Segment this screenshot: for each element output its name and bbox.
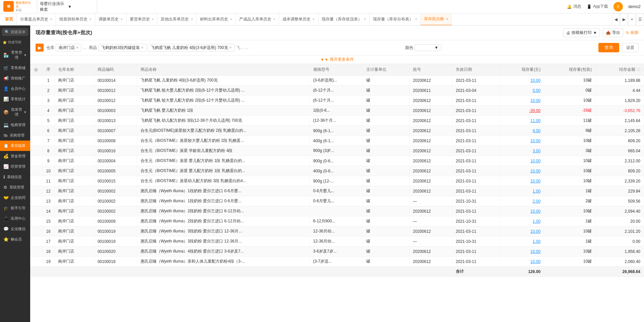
tab-4[interactable]: 要货单历史 ×: [126, 13, 158, 25]
row-settings: [30, 75, 42, 86]
table-row: 10 南岸门店 00100005 合生元（BIOSTIME）派星 婴儿配方奶粉 …: [30, 166, 644, 176]
color-select[interactable]: ▼: [415, 44, 441, 51]
tab-menu-btn[interactable]: ☰: [636, 13, 644, 25]
row-warehouse: 南岸门店: [54, 75, 94, 86]
row-product-name: 惠氏启臻（Wyeth illuma）亲和人体儿童配方奶粉4段（3-...: [137, 257, 310, 267]
row-spec: 12-36月幼...: [310, 226, 363, 236]
close-icon[interactable]: ×: [313, 17, 315, 21]
sidebar-item-member[interactable]: 👤 会员中心: [0, 84, 30, 94]
sidebar-item-retail-stats[interactable]: 📊 零售统计: [0, 94, 30, 104]
sidebar-item-ops[interactable]: 📈 经营管理: [0, 161, 30, 172]
close-icon[interactable]: ×: [273, 17, 275, 21]
row-batch: 20200612: [410, 106, 452, 116]
sidebar-search[interactable]: 🔍 搜索菜单: [0, 25, 30, 39]
refresh-btn[interactable]: ↻ 刷新: [626, 30, 639, 36]
sidebar-item-retail-mgmt[interactable]: 🏪 零售管理 ▼: [0, 47, 30, 63]
sidebar-item-quick-nav[interactable]: ⭐ 快捷导航: [0, 39, 30, 46]
sidebar-item-inventory[interactable]: 📋 库存核算: [0, 141, 30, 151]
sidebar-item-member-program[interactable]: ⭐ 畅会员: [0, 234, 30, 245]
row-expiry: 2021-10-31: [452, 196, 499, 206]
row-batch: 20200612: [410, 257, 452, 267]
row-balance: 229.84: [595, 186, 644, 196]
app-download-action[interactable]: 📱 App下载: [587, 4, 608, 9]
industry-selector[interactable]: 母婴行业演示账套 ▼: [37, 0, 97, 14]
tab-10[interactable]: 现存量（库存分布表） ×: [370, 13, 421, 25]
tab-home[interactable]: 首页: [2, 13, 17, 25]
row-warehouse: 南岸门店: [54, 216, 94, 226]
sidebar-item-ecommerce[interactable]: 💻 电商管理: [0, 120, 30, 130]
sidebar-item-system[interactable]: ⚙ 系统管理: [0, 182, 30, 193]
sidebar-item-finance[interactable]: 💰 资金管理: [0, 151, 30, 161]
remove-product1-icon[interactable]: ×: [141, 45, 144, 50]
row-stock-main: 1.00: [500, 236, 544, 247]
close-icon[interactable]: ×: [230, 17, 232, 21]
product-tag-1[interactable]: 飞鹤奶粉3段丙罐提装 ×: [98, 44, 147, 52]
message-action[interactable]: 🔔 消息: [567, 4, 581, 9]
filter-expand-btn[interactable]: ▶: [36, 44, 44, 52]
tab-next-btn[interactable]: ▶: [620, 13, 628, 25]
sidebar-item-wholesale[interactable]: 📦 批发管理 ▼: [0, 104, 30, 120]
close-icon[interactable]: ×: [415, 17, 417, 21]
table-row: 4 南岸门店 00100003 飞鹤星飞帆 婴儿配方奶粉 1段 1段(0-6..…: [30, 106, 644, 116]
close-icon[interactable]: ×: [152, 17, 154, 21]
tab-9[interactable]: 现存量（库存状况表） ×: [318, 13, 370, 25]
tab-8[interactable]: 成本调整单历史 ×: [279, 13, 318, 25]
row-unit: 罐: [363, 247, 410, 257]
warehouse-tag[interactable]: 南岸门店 ×: [56, 44, 82, 52]
row-no: 3: [42, 96, 54, 106]
close-icon[interactable]: ×: [446, 17, 448, 21]
template-print-btn[interactable]: 🖨 按模板打印 ▼: [563, 28, 600, 37]
tab-6[interactable]: 材料出库单历史 ×: [197, 13, 236, 25]
close-icon[interactable]: ×: [50, 17, 52, 21]
sidebar-item-basic[interactable]: ℹ 基础信息: [0, 172, 30, 182]
row-product-code: 00100019: [94, 236, 137, 247]
query-btn[interactable]: 查询: [598, 43, 619, 52]
close-icon[interactable]: ×: [364, 17, 366, 21]
row-product-code: 00100002: [94, 206, 137, 216]
product-tag-2[interactable]: 飞鹤星飞帆 儿童奶粉 4段(3-6岁适用) 700克 ×: [148, 44, 235, 52]
search-box[interactable]: 🔍 搜索菜单: [2, 28, 28, 36]
close-icon[interactable]: ×: [90, 17, 92, 21]
sidebar-item-collab[interactable]: 🤝 企业协同: [0, 193, 30, 203]
tab-1[interactable]: 分量盘点单历史 ×: [17, 13, 56, 25]
row-warehouse: 南岸门店: [54, 186, 94, 196]
info-icon[interactable]: ⓘ: [637, 68, 640, 71]
row-stock-pkg: 10罐: [544, 226, 595, 236]
remove-warehouse-icon[interactable]: ×: [76, 45, 78, 50]
table-row: 18 南岸门店 00100020 惠氏启臻（Wyeth illuma）4段奶粉 …: [30, 247, 644, 257]
row-spec: 900g (3岁...: [310, 146, 363, 156]
sidebar-item-app-center[interactable]: 📱 应用中心: [0, 213, 30, 224]
row-expiry: 2021-03-11: [452, 75, 499, 86]
row-settings: [30, 226, 42, 236]
mall-icon: 🛒: [3, 65, 9, 70]
tab-prev-btn[interactable]: ◀: [612, 13, 620, 25]
download-icon: 📱: [587, 4, 592, 9]
tab-5[interactable]: 其他出库单历史 ×: [157, 13, 197, 25]
tab-active[interactable]: 库存批次账 ×: [421, 13, 452, 25]
remove-product2-icon[interactable]: ×: [229, 45, 232, 50]
sidebar-item-retail-mall[interactable]: 🛒 零售商城: [0, 63, 30, 73]
row-stock-pkg: 10罐: [544, 176, 595, 186]
tab-2[interactable]: 组装拆卸单历史 ×: [56, 13, 95, 25]
sidebar-item-guide[interactable]: 🎓 新手引导: [0, 203, 30, 213]
row-expiry: 2021-03-11: [452, 146, 499, 156]
row-warehouse: 南岸门店: [54, 116, 94, 126]
expand-conditions-btn[interactable]: ▼▼ 展开更多条件: [320, 57, 354, 62]
sidebar-item-wechat[interactable]: 💬 企业微信: [0, 224, 30, 234]
tab-7[interactable]: 产成品入库单历史 ×: [236, 13, 279, 25]
row-balance: 809.20: [595, 166, 644, 176]
sidebar-item-marketing[interactable]: 📢 营销推广: [0, 73, 30, 84]
tab-3[interactable]: 调拨单历史 ×: [95, 13, 126, 25]
row-product-code: 00100003: [94, 106, 137, 116]
settings-icon[interactable]: ⚙: [34, 67, 38, 72]
user-avatar[interactable]: E: [613, 2, 623, 11]
row-stock-main: 2.00: [500, 196, 544, 206]
row-product-code: 00100014: [94, 75, 137, 86]
tab-close-btn[interactable]: ×: [628, 13, 636, 25]
col-settings[interactable]: ⚙: [30, 64, 42, 75]
settings-btn[interactable]: 设置: [622, 43, 639, 52]
sidebar-item-purchase[interactable]: 🛍 采购管理: [0, 130, 30, 141]
export-btn[interactable]: 📤 导出: [603, 28, 623, 37]
close-icon[interactable]: ×: [191, 17, 193, 21]
close-icon[interactable]: ×: [121, 17, 123, 21]
